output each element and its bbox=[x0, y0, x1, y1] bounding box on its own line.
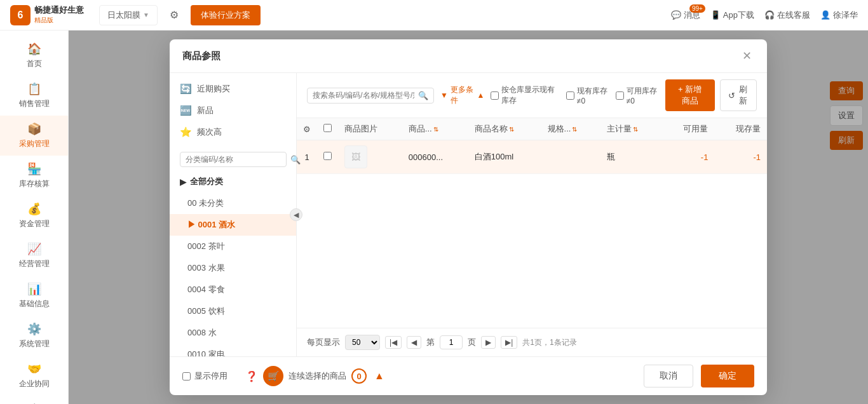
sidebar-item-label: 库存核算 bbox=[19, 178, 50, 189]
prev-page-button[interactable]: ◀ bbox=[407, 336, 421, 349]
category-search-input[interactable] bbox=[180, 152, 287, 167]
settings-icon[interactable]: ⚙ bbox=[165, 6, 183, 24]
category-item-0005[interactable]: 0005 饮料 bbox=[170, 300, 296, 322]
search-input[interactable] bbox=[313, 91, 414, 100]
sidebar-item-guide[interactable]: 🎓 新手引导 bbox=[0, 396, 68, 404]
per-page-select[interactable]: 50 100 bbox=[345, 335, 380, 350]
table-row[interactable]: 1 🖼 000600... 白酒100ml bbox=[297, 140, 767, 174]
nav-dropdown[interactable]: 日太阳膜 ▼ bbox=[99, 5, 158, 25]
col-image: 商品图片 bbox=[338, 118, 402, 140]
panel-collapse-button[interactable]: ◀ bbox=[290, 208, 302, 221]
row-checkbox[interactable] bbox=[317, 140, 338, 174]
col-unit[interactable]: 主计量⇅ bbox=[600, 118, 662, 140]
main-layout: 🏠 首页 📋 销售管理 📦 采购管理 🏪 库存核算 💰 资金管理 📈 经营管理 … bbox=[0, 30, 868, 404]
col-checkbox bbox=[317, 118, 338, 140]
category-search-icon[interactable]: 🔍 bbox=[290, 155, 301, 165]
filter-label: 更多条件 bbox=[451, 84, 474, 106]
product-table: ⚙ 商品图片 商品...⇅ 商品名称⇅ 规格...⇅ 主计量⇅ 可用量 现存量 bbox=[297, 118, 767, 174]
all-categories-label: 全部分类 bbox=[190, 176, 223, 187]
username-label: 徐泽华 bbox=[833, 10, 858, 21]
category-item-0004[interactable]: 0004 零食 bbox=[170, 279, 296, 300]
search-icon[interactable]: 🔍 bbox=[418, 91, 428, 100]
modal-close-button[interactable]: ✕ bbox=[739, 48, 754, 64]
sidebar-item-purchase[interactable]: 📦 采购管理 bbox=[0, 116, 68, 156]
stock-display-label: 按仓库显示现有库存 bbox=[501, 84, 560, 106]
select-all-checkbox[interactable] bbox=[323, 124, 332, 132]
cart-area[interactable]: ❓ 🛒 连续选择的商品 0 ▲ bbox=[245, 366, 384, 386]
category-item-0008[interactable]: 0008 水 bbox=[170, 322, 296, 344]
new-items-item[interactable]: 🆕 新品 bbox=[170, 100, 296, 121]
frequent-item[interactable]: ⭐ 频次高 bbox=[170, 121, 296, 143]
avail-stock-input[interactable] bbox=[566, 91, 574, 100]
row-code: 000600... bbox=[402, 140, 468, 174]
category-item-0003[interactable]: 0003 水果 bbox=[170, 257, 296, 279]
frequent-label: 频次高 bbox=[197, 126, 222, 138]
help-icon: ❓ bbox=[245, 370, 258, 382]
headset-icon: 🎧 bbox=[764, 10, 775, 20]
sidebar-item-home[interactable]: 🏠 首页 bbox=[0, 36, 68, 76]
avail-stock-checkbox[interactable]: 现有库存≠0 bbox=[566, 86, 609, 105]
sidebar-item-label: 基础信息 bbox=[19, 299, 50, 309]
online-service-item[interactable]: 🎧 在线客服 bbox=[764, 10, 810, 21]
show-disabled-label: 显示停用 bbox=[194, 370, 227, 382]
add-product-button[interactable]: + 新增商品 bbox=[665, 79, 715, 111]
per-page-label: 每页显示 bbox=[307, 337, 340, 348]
usable-stock-checkbox[interactable]: 可用库存≠0 bbox=[616, 86, 659, 105]
next-page-button[interactable]: ▶ bbox=[481, 336, 496, 349]
expand-icon: ▶ bbox=[180, 177, 186, 187]
show-disabled-input[interactable] bbox=[182, 372, 191, 380]
total-info: 共1页，1条记录 bbox=[522, 337, 576, 348]
modal-header: 商品参照 ✕ bbox=[170, 39, 767, 73]
sidebar-item-collab[interactable]: 🤝 企业协同 bbox=[0, 356, 68, 396]
sidebar-item-basic-info[interactable]: 📊 基础信息 bbox=[0, 276, 68, 316]
show-disabled-checkbox[interactable]: 显示停用 bbox=[182, 370, 227, 382]
category-search-row: 🔍 bbox=[170, 148, 296, 171]
col-code[interactable]: 商品...⇅ bbox=[402, 118, 468, 140]
col-avail[interactable]: 可用量 bbox=[662, 118, 715, 140]
chevron-down-icon: ▼ bbox=[143, 11, 149, 18]
app-download-item[interactable]: 📱 App下载 bbox=[710, 10, 754, 21]
recent-buy-item[interactable]: 🔄 近期购买 bbox=[170, 78, 296, 100]
cancel-button[interactable]: 取消 bbox=[644, 365, 693, 387]
notifications-item[interactable]: 💬 消息 99+ bbox=[671, 10, 700, 21]
frequent-icon: ⭐ bbox=[180, 126, 192, 138]
category-item-0010[interactable]: 0010 家电 bbox=[170, 344, 296, 356]
row-unit: 瓶 bbox=[600, 140, 662, 174]
stock-display-checkbox[interactable]: 按仓库显示现有库存 bbox=[491, 84, 560, 106]
stock-display-input[interactable] bbox=[491, 91, 499, 100]
col-spec[interactable]: 规格...⇅ bbox=[541, 118, 601, 140]
experience-button[interactable]: 体验行业方案 bbox=[191, 5, 261, 25]
purchase-icon: 📦 bbox=[27, 122, 41, 136]
row-name: 白酒100ml bbox=[468, 140, 541, 174]
first-page-button[interactable]: |◀ bbox=[385, 336, 402, 349]
row-avail: -1 bbox=[662, 140, 715, 174]
sidebar-item-inventory[interactable]: 🏪 库存核算 bbox=[0, 156, 68, 196]
refresh-button[interactable]: ↺ 刷新 bbox=[720, 79, 757, 111]
filter-button[interactable]: ▼ 更多条件 ▲ bbox=[440, 84, 484, 106]
last-page-button[interactable]: ▶| bbox=[501, 336, 517, 349]
app-download-label: App下载 bbox=[723, 10, 754, 21]
bell-icon: 💬 bbox=[671, 10, 681, 20]
usable-stock-input[interactable] bbox=[616, 91, 624, 100]
user-profile-item[interactable]: 👤 徐泽华 bbox=[820, 10, 858, 21]
col-settings[interactable]: ⚙ bbox=[297, 118, 317, 140]
categories-list: ▶ 全部分类 00 未分类 ▶ 0001 酒水 0002 茶叶 0003 水果 … bbox=[170, 171, 296, 356]
col-name[interactable]: 商品名称⇅ bbox=[468, 118, 541, 140]
col-stock[interactable]: 现存量 bbox=[714, 118, 767, 140]
confirm-button[interactable]: 确定 bbox=[701, 365, 754, 387]
online-service-label: 在线客服 bbox=[777, 10, 810, 21]
category-item-00[interactable]: 00 未分类 bbox=[170, 192, 296, 214]
logo-text: 畅捷通好生意 bbox=[34, 5, 84, 16]
sidebar-item-finance[interactable]: 💰 资金管理 bbox=[0, 196, 68, 236]
sidebar-item-sales[interactable]: 📋 销售管理 bbox=[0, 76, 68, 116]
page-suffix: 页 bbox=[468, 337, 476, 348]
cart-collapse-icon[interactable]: ▲ bbox=[374, 370, 384, 382]
sidebar-item-operations[interactable]: 📈 经营管理 bbox=[0, 236, 68, 276]
modal-right-panel: 🔍 ▼ 更多条件 ▲ 按仓库显示现有库存 bbox=[297, 73, 767, 356]
product-image-placeholder: 🖼 bbox=[344, 145, 367, 168]
category-item-0002[interactable]: 0002 茶叶 bbox=[170, 236, 296, 257]
category-item-0001[interactable]: ▶ 0001 酒水 bbox=[170, 214, 296, 236]
page-input[interactable] bbox=[440, 335, 463, 349]
sidebar-item-system[interactable]: ⚙️ 系统管理 bbox=[0, 316, 68, 356]
all-categories-item[interactable]: ▶ 全部分类 bbox=[170, 171, 296, 192]
